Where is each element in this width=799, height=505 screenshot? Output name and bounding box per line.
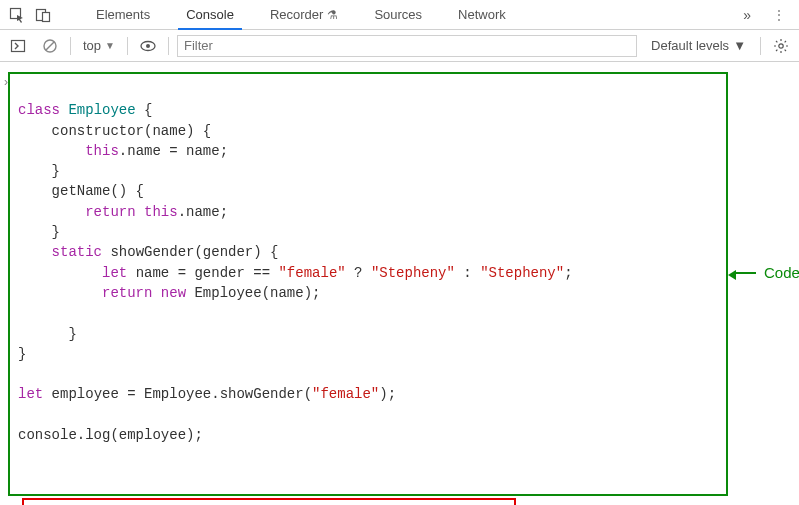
devtools-tabs: Elements Console Recorder ⚗ Sources Netw… — [78, 0, 524, 29]
chevron-down-icon: ▼ — [105, 40, 115, 51]
more-tabs-icon[interactable]: » — [729, 7, 765, 23]
svg-rect-2 — [43, 12, 50, 21]
toolbar-divider — [127, 37, 128, 55]
console-sidebar-toggle-icon[interactable] — [6, 34, 30, 58]
output-annotation-box: ▶ Employee {name: 'Stepheny'} — [22, 498, 516, 505]
toolbar-divider — [168, 37, 169, 55]
levels-label: Default levels — [651, 38, 729, 53]
toolbar-divider — [760, 37, 761, 55]
context-label: top — [83, 38, 101, 53]
tab-elements[interactable]: Elements — [78, 0, 168, 29]
toolbar-divider — [70, 37, 71, 55]
arrow-left-icon — [736, 272, 756, 274]
tab-sources[interactable]: Sources — [356, 0, 440, 29]
devtools-tab-bar: Elements Console Recorder ⚗ Sources Netw… — [0, 0, 799, 30]
code-annotation-box: class Employee { constructor(name) { thi… — [8, 72, 728, 496]
log-levels-selector[interactable]: Default levels ▼ — [645, 38, 752, 53]
inspect-element-icon[interactable] — [6, 4, 28, 26]
console-body: › class Employee { constructor(name) { t… — [0, 62, 799, 505]
console-input-code[interactable]: class Employee { constructor(name) { thi… — [18, 100, 718, 445]
filter-input[interactable] — [177, 35, 637, 57]
svg-line-5 — [46, 42, 54, 50]
annotation-code: Code — [736, 262, 799, 284]
svg-point-8 — [779, 43, 783, 47]
svg-point-7 — [146, 44, 150, 48]
execution-context-selector[interactable]: top ▼ — [79, 38, 119, 53]
console-settings-icon[interactable] — [769, 38, 793, 54]
tab-network[interactable]: Network — [440, 0, 524, 29]
chevron-down-icon: ▼ — [733, 38, 746, 53]
clear-console-icon[interactable] — [38, 34, 62, 58]
tab-recorder-label: Recorder — [270, 7, 323, 22]
console-toolbar: top ▼ Default levels ▼ — [0, 30, 799, 62]
tab-recorder[interactable]: Recorder ⚗ — [252, 0, 356, 29]
live-expression-icon[interactable] — [136, 34, 160, 58]
beaker-icon: ⚗ — [327, 8, 338, 22]
devtools-menu-icon[interactable]: ⋮ — [765, 7, 793, 23]
tab-console[interactable]: Console — [168, 0, 252, 29]
device-toolbar-icon[interactable] — [32, 4, 54, 26]
